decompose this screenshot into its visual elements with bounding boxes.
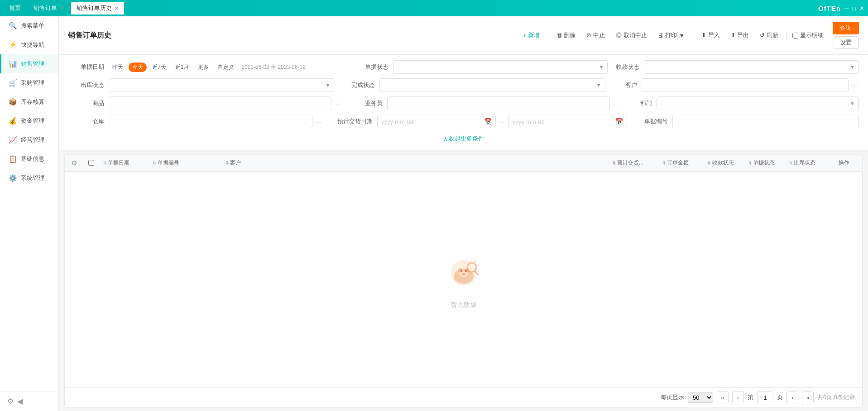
sidebar-item-finance[interactable]: 💰 资金管理 — [0, 111, 58, 131]
last-page-button[interactable]: » — [802, 392, 814, 403]
shortcut-1month[interactable]: 近1月 — [172, 63, 193, 72]
tab-home-label: 首页 — [9, 4, 21, 12]
order-num-input[interactable] — [672, 115, 859, 128]
svg-point-6 — [465, 270, 467, 272]
sidebar-collapse-icon[interactable]: ◀ — [17, 397, 23, 406]
th-sort-icon[interactable]: ⇅ — [103, 160, 106, 165]
th-stock-sort-icon[interactable]: ⇅ — [789, 160, 792, 165]
delivery-date-to[interactable]: yyyy-mm-dd 📅 — [508, 115, 627, 128]
sidebar-item-operation[interactable]: 📈 经营管理 — [0, 131, 58, 150]
order-status-select[interactable]: ▼ — [393, 60, 608, 74]
settings-button[interactable]: 设置 — [833, 36, 859, 49]
sidebar-item-purchase-mgmt[interactable]: 🛒 采购管理 — [0, 73, 58, 92]
th-pay-status-label: 收款状态 — [712, 159, 734, 167]
th-order-sort-icon[interactable]: ⇅ — [748, 160, 752, 165]
date-separator: — — [498, 118, 507, 125]
calendar-to-icon: 📅 — [615, 118, 623, 125]
dept-select[interactable]: ▼ — [657, 97, 859, 110]
shortcut-yesterday[interactable]: 昨天 — [109, 63, 127, 72]
th-amount-sort-icon[interactable]: ⇅ — [662, 160, 666, 165]
sidebar-item-inventory[interactable]: 📦 库存核算 — [0, 92, 58, 111]
sidebar-item-search-menu[interactable]: 🔍 搜索菜单 — [0, 16, 58, 35]
delete-button[interactable]: 🗑 删除 — [554, 29, 579, 41]
th-order-num: ⇅ 单据编号 — [149, 159, 221, 167]
tab-sales-order-label: 销售订单 — [34, 4, 57, 12]
tab-sales-order[interactable]: 销售订单 ✕ — [28, 2, 69, 15]
th-stock-status: ⇅ 出库状态 — [785, 159, 826, 167]
sidebar-settings-icon[interactable]: ⚙ — [7, 397, 14, 406]
collapse-label: 收起更多条件 — [449, 135, 484, 143]
shortcut-today[interactable]: 今天 — [129, 63, 147, 72]
salesperson-dots-icon[interactable]: ··· — [612, 100, 620, 107]
th-order-num-label: 单据编号 — [158, 159, 179, 167]
th-checkbox[interactable] — [83, 160, 99, 166]
import-button[interactable]: ⬇ 导入 — [699, 29, 723, 41]
close-history-tab-icon[interactable]: ✕ — [115, 5, 119, 11]
stock-status-select[interactable]: ▼ — [109, 78, 334, 92]
svg-text:✦: ✦ — [477, 264, 480, 267]
th-action-label: 操作 — [839, 159, 849, 167]
th-order-num-sort-icon[interactable]: ⇅ — [153, 160, 156, 165]
page-number-input[interactable] — [757, 392, 773, 403]
pay-status-select[interactable]: ▼ — [644, 60, 859, 74]
page-size-select[interactable]: 50 10 20 100 — [688, 392, 713, 403]
warehouse-input[interactable] — [109, 115, 312, 128]
salesperson-input[interactable] — [387, 97, 610, 110]
th-stock-status-label: 出库状态 — [794, 159, 815, 167]
window-min-icon[interactable]: ─ — [844, 5, 849, 12]
empty-text: 暂无数据 — [451, 301, 476, 309]
warehouse-dots-icon[interactable]: ··· — [314, 118, 323, 125]
delivery-date-to-placeholder: yyyy-mm-dd — [513, 118, 614, 125]
basic-info-icon: 📋 — [9, 155, 17, 163]
brand-text: OfTEn — [818, 5, 841, 12]
show-detail-checkbox-label[interactable]: 显示明细 — [792, 31, 824, 39]
filter-area: 单据日期 昨天 今天 近7天 近1月 更多 自定义 2023-06-02 至 2… — [59, 55, 868, 150]
window-max-icon[interactable]: □ — [852, 5, 856, 12]
order-status-label: 单据状态 — [357, 63, 393, 71]
order-status-chevron-icon: ▼ — [599, 64, 604, 70]
sidebar-item-sys-mgmt-label: 系统管理 — [21, 174, 44, 182]
cancel-stop-button[interactable]: ◎ 取消中止 — [613, 29, 650, 41]
sidebar-item-sys-mgmt[interactable]: ⚙️ 系统管理 — [0, 169, 58, 188]
tab-home[interactable]: 首页 — [4, 2, 26, 15]
tab-sales-order-history[interactable]: 销售订单历史 ✕ — [71, 2, 124, 15]
show-detail-checkbox[interactable] — [792, 33, 798, 39]
th-order-status-label: 单据状态 — [753, 159, 775, 167]
toolbar: + 新增 🗑 删除 ⊘ 中止 ◎ 取消中止 🖨 打印 ▼ ⬇ 导入 ⬆ 导出 ↺… — [520, 22, 859, 49]
th-delivery-sort-icon[interactable]: ⇅ — [612, 160, 616, 165]
th-customer-sort-icon[interactable]: ⇅ — [225, 160, 229, 165]
shortcut-custom[interactable]: 自定义 — [214, 63, 238, 72]
sidebar-item-basic-info[interactable]: 📋 基础信息 — [0, 150, 58, 169]
sidebar-item-sales-mgmt[interactable]: 📊 销售管理 — [0, 54, 58, 73]
shortcut-more[interactable]: 更多 — [194, 63, 212, 72]
first-page-button[interactable]: « — [717, 392, 729, 403]
customer-input[interactable] — [642, 78, 849, 92]
complete-status-select[interactable]: ▼ — [379, 78, 605, 92]
next-page-button[interactable]: › — [786, 392, 798, 403]
delivery-date-from[interactable]: yyyy-mm-dd 📅 — [377, 115, 496, 128]
export-button[interactable]: ⬆ 导出 — [728, 29, 752, 41]
sidebar-item-quick-nav[interactable]: ⚡ 快捷导航 — [0, 35, 58, 54]
shortcut-7days[interactable]: 近7天 — [149, 63, 170, 72]
toolbar-sep-1 — [548, 32, 548, 39]
new-button[interactable]: + 新增 — [520, 29, 542, 41]
stop-button[interactable]: ⊘ 中止 — [584, 29, 608, 41]
print-dropdown-icon[interactable]: ▼ — [679, 32, 685, 39]
finance-icon: 💰 — [9, 117, 17, 125]
th-settings[interactable]: ⚙ — [65, 159, 83, 167]
goods-dots-icon[interactable]: ··· — [333, 100, 342, 107]
refresh-button[interactable]: ↺ 刷新 — [757, 29, 781, 41]
select-all-checkbox[interactable] — [88, 160, 94, 166]
customer-dots-icon[interactable]: ··· — [850, 82, 859, 89]
sales-mgmt-icon: 📊 — [9, 60, 17, 68]
prev-page-button[interactable]: ‹ — [732, 392, 744, 403]
th-pay-sort-icon[interactable]: ⇅ — [707, 160, 711, 165]
goods-input[interactable] — [109, 97, 331, 110]
print-button[interactable]: 🖨 打印 ▼ — [655, 29, 688, 41]
goods-label: 商品 — [68, 99, 109, 107]
query-button[interactable]: 查询 — [833, 22, 859, 34]
window-close-icon[interactable]: ✕ — [859, 5, 864, 12]
th-order-status: ⇅ 单据状态 — [744, 159, 785, 167]
close-sales-order-tab-icon[interactable]: ✕ — [60, 5, 64, 11]
collapse-link[interactable]: ∧ 收起更多条件 — [68, 133, 859, 145]
